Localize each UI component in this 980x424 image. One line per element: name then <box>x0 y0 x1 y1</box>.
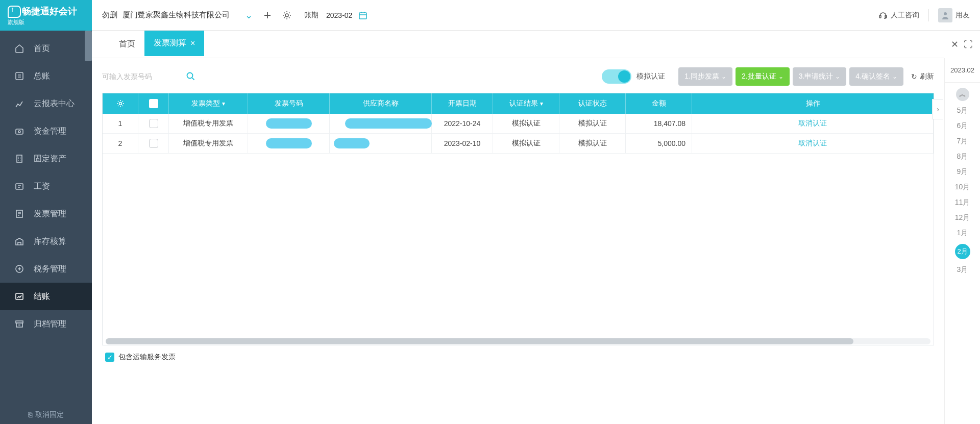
close-all-button[interactable]: ✕ <box>951 39 959 50</box>
th-checkbox[interactable] <box>138 93 169 114</box>
rail-month[interactable]: 8月 <box>957 152 968 161</box>
nav-label: 首页 <box>34 43 50 54</box>
rail-month[interactable]: 11月 <box>955 198 970 207</box>
redacted-blob <box>345 118 432 129</box>
th-status: 认证状态 <box>559 93 626 114</box>
nav-home[interactable]: 首页 <box>0 35 92 62</box>
rail-month[interactable]: 6月 <box>957 121 968 131</box>
nav-label: 结账 <box>34 291 50 302</box>
rail-up-button[interactable]: ︽ <box>956 88 969 101</box>
step-sync[interactable]: 1.同步发票⌄ <box>678 67 732 86</box>
calendar-button[interactable] <box>358 11 368 20</box>
h-scrollbar[interactable] <box>102 337 934 345</box>
nav-list: 首页 总账 云报表中心 资金管理 固定资产 工资 发票管理 库存核算 税务管理 … <box>0 35 92 338</box>
th-type[interactable]: 发票类型▾ <box>169 93 248 114</box>
cell-number <box>248 114 330 133</box>
nav-ledger[interactable]: 总账 <box>0 62 92 90</box>
brand-name: 畅捷通好会计 <box>8 5 92 17</box>
th-number: 发票号码 <box>248 93 330 114</box>
nav-funds[interactable]: 资金管理 <box>0 117 92 145</box>
step-sign[interactable]: 4.确认签名⌄ <box>849 67 903 86</box>
topbar: 勿删 厦门鹭家聚鑫生物科技有限公司 ⌄ 账期 2023-02 人工咨询 用友 <box>92 0 980 31</box>
chevron-down-icon: ⌄ <box>778 73 783 80</box>
rail-month[interactable]: 1月 <box>957 229 968 238</box>
tab-home[interactable]: 首页 <box>110 33 144 56</box>
nav-salary[interactable]: 工资 <box>0 172 92 200</box>
pin-icon: ⎘ <box>28 411 32 419</box>
toolbar: 模拟认证 1.同步发票⌄ 2.批量认证⌄ 3.申请统计⌄ 4.确认签名⌄ ↻刷新 <box>102 67 934 86</box>
refresh-button[interactable]: ↻刷新 <box>911 72 934 81</box>
svg-point-14 <box>944 12 947 15</box>
nav-label: 资金管理 <box>34 126 66 137</box>
search-icon[interactable] <box>186 71 196 82</box>
nav-inventory[interactable]: 库存核算 <box>0 228 92 255</box>
fullscreen-button[interactable]: ⛶ <box>964 39 973 50</box>
help-button[interactable]: 人工咨询 <box>878 11 919 20</box>
checkbox-icon <box>149 119 158 128</box>
cell-operation: 取消认证 <box>692 114 934 133</box>
step-label: 3.申请统计 <box>799 72 834 81</box>
cell-index: 2 <box>103 134 138 153</box>
period-value: 2023-02 <box>326 11 352 19</box>
settings-button[interactable] <box>282 11 291 20</box>
chevron-down-icon: ▾ <box>222 100 225 107</box>
rail-month-current[interactable]: 2月 <box>955 244 970 259</box>
sidebar-scrollbar[interactable] <box>85 31 92 61</box>
toggle-thumb <box>618 70 630 83</box>
search-input[interactable] <box>102 72 179 81</box>
rail-month[interactable]: 10月 <box>955 183 970 192</box>
sidebar-unpin[interactable]: ⎘取消固定 <box>0 406 92 424</box>
month-rail: › 2023.02 ︽ 5月 6月 7月 8月 9月 10月 11月 12月 1… <box>944 58 980 424</box>
money-icon <box>14 126 24 136</box>
close-icon[interactable]: × <box>190 39 195 48</box>
table-row: 1 增值税专用发票 2022-10-24 模拟认证 模拟认证 18,407.08… <box>103 114 934 134</box>
footer-checkbox[interactable]: ✓ <box>105 353 114 362</box>
user-button[interactable]: 用友 <box>938 8 970 22</box>
step-label: 4.确认签名 <box>855 72 890 81</box>
redacted-blob <box>266 118 312 129</box>
th-supplier: 供应商名称 <box>330 93 432 114</box>
company-selector[interactable]: 勿删 厦门鹭家聚鑫生物科技有限公司 ⌄ <box>102 10 253 21</box>
nav-archive[interactable]: 归档管理 <box>0 310 92 338</box>
scroll-thumb[interactable] <box>106 338 853 344</box>
rail-month[interactable]: 9月 <box>957 167 968 177</box>
checkbox-icon <box>149 139 158 148</box>
nav-assets[interactable]: 固定资产 <box>0 145 92 172</box>
step-apply[interactable]: 3.申请统计⌄ <box>793 67 847 86</box>
rail-month[interactable]: 7月 <box>957 137 968 146</box>
th-result[interactable]: 认证结果▾ <box>493 93 559 114</box>
chart-icon <box>14 98 24 109</box>
salary-icon <box>14 181 24 191</box>
nav-close[interactable]: 结账 <box>0 283 92 310</box>
tab-invoice-calc[interactable]: 发票测算× <box>144 31 204 56</box>
step-batch[interactable]: 2.批量认证⌄ <box>736 67 790 86</box>
th-gear[interactable] <box>103 93 138 114</box>
tab-tools: ✕ ⛶ <box>951 31 980 58</box>
nav-invoice[interactable]: 发票管理 <box>0 200 92 228</box>
building-icon <box>14 154 24 164</box>
footer-row: ✓ 包含运输服务发票 <box>102 345 934 369</box>
simulate-toggle[interactable]: 模拟认证 <box>602 69 665 84</box>
cancel-link[interactable]: 取消认证 <box>798 119 827 128</box>
cell-operation: 取消认证 <box>692 134 934 153</box>
rail-month[interactable]: 12月 <box>955 213 970 222</box>
cancel-link[interactable]: 取消认证 <box>798 139 827 148</box>
chevron-down-icon: ▾ <box>540 100 543 107</box>
nav-reports[interactable]: 云报表中心 <box>0 90 92 117</box>
invoice-table: 发票类型▾ 发票号码 供应商名称 开票日期 认证结果▾ 认证状态 金额 操作 1… <box>102 93 934 154</box>
toggle-label: 模拟认证 <box>636 72 665 81</box>
svg-rect-0 <box>16 72 23 80</box>
nav-label: 库存核算 <box>34 236 66 247</box>
table-row: 2 增值税专用发票 2023-02-10 模拟认证 模拟认证 5,000.00 … <box>103 134 934 154</box>
rail-month[interactable]: 5月 <box>957 106 968 115</box>
cell-checkbox[interactable] <box>138 134 169 153</box>
rail-month[interactable]: 3月 <box>957 265 968 275</box>
cell-checkbox[interactable] <box>138 114 169 133</box>
nav-tax[interactable]: 税务管理 <box>0 255 92 283</box>
expand-rail-button[interactable]: › <box>932 99 943 119</box>
chevron-down-icon: ⌄ <box>721 73 726 80</box>
nav-label: 云报表中心 <box>34 98 75 109</box>
redacted-blob <box>334 138 370 148</box>
add-button[interactable] <box>263 11 272 20</box>
company-name: 厦门鹭家聚鑫生物科技有限公司 <box>122 10 230 20</box>
